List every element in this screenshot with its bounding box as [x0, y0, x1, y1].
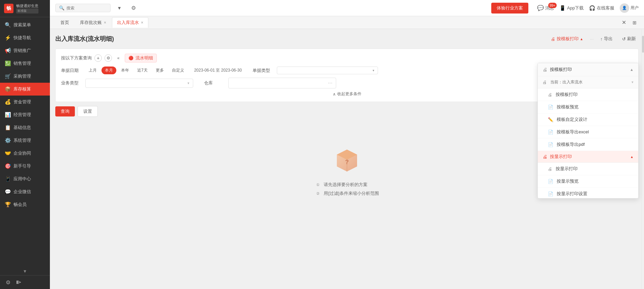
dropdown-item-display-preview[interactable]: 📄 按显示预览: [538, 175, 638, 188]
warehouse-dots-icon: ···: [328, 80, 332, 86]
display-print-header-icon: 🖨: [543, 154, 547, 159]
search-icon: 🔍: [59, 5, 64, 10]
basic-info-icon: 📋: [5, 125, 11, 131]
trial-btn[interactable]: 体验行业方案: [491, 3, 528, 14]
date-range-display: 2023-06-01 至 2023-06-30: [194, 68, 242, 73]
bill-type-select[interactable]: ▾: [277, 67, 378, 74]
search-menu-icon: 🔍: [5, 22, 11, 28]
tab-home[interactable]: 首页: [55, 17, 74, 28]
sidebar-item-operations[interactable]: 📊 经营管理: [0, 108, 50, 121]
refresh-icon: ↺: [622, 36, 626, 42]
sidebar-item-search-menu[interactable]: 🔍 搜索菜单: [0, 19, 50, 31]
sidebar-item-basic-info[interactable]: 📋 基础信息: [0, 121, 50, 134]
filter-header: 按以下方案查询 + ⚙ « 🔴 流水明细: [61, 54, 633, 62]
filter-date-tabs: 上月 本月 本年 近7天 更多 自定义: [85, 67, 187, 74]
empty-steps: ① 请先选择要分析的方案 ② 用[过滤]条件来缩小分析范围: [315, 182, 379, 199]
sidebar-item-inventory[interactable]: 📦 库存核算: [0, 83, 50, 96]
date-tab-more[interactable]: 更多: [152, 67, 167, 74]
dropdown-current-template[interactable]: 🖨 当前：出入库流水 ▾: [538, 76, 638, 88]
filter-settings-btn[interactable]: ⚙: [105, 54, 112, 62]
sidebar-item-quick-nav[interactable]: ⚡ 快捷导航: [0, 31, 50, 44]
sidebar-item-system[interactable]: ⚙️ 系统管理: [0, 134, 50, 147]
settings-icon-btn[interactable]: ⚙: [128, 3, 139, 14]
page-actions: 🖨 按模板打印 ▲ ··· ↑ 导出 ↺ 刷新: [548, 34, 639, 43]
export-btn[interactable]: ↑ 导出: [598, 34, 616, 43]
filter-collapse-btn[interactable]: «: [115, 54, 122, 62]
sidebar-item-marketing[interactable]: 📢 营销推广: [0, 44, 50, 57]
page-title: 出入库流水(流水明细): [55, 35, 114, 43]
operations-icon: 📊: [5, 112, 11, 118]
messages-btn[interactable]: 💬 消息 99+: [537, 5, 554, 11]
bill-type-label: 单据类型: [253, 68, 273, 74]
template-pdf-icon: 📄: [548, 142, 553, 147]
sidebar-settings-icon[interactable]: ⚙: [5, 279, 11, 286]
date-tab-custom[interactable]: 自定义: [169, 67, 187, 74]
sidebar-item-sales[interactable]: 💹 销售管理: [0, 57, 50, 70]
tab-flow[interactable]: 出入库流水 ×: [112, 17, 148, 28]
settings-btn[interactable]: 设置: [78, 106, 98, 117]
dropdown-item-template-print[interactable]: 🖨 按模板打印: [538, 88, 638, 101]
online-service-btn[interactable]: 🎧 在线客服: [589, 5, 614, 11]
topbar-search-box[interactable]: 🔍: [55, 4, 111, 12]
refresh-btn[interactable]: ↺ 刷新: [619, 34, 639, 43]
tab-restore-btn[interactable]: ⊞: [631, 19, 639, 27]
date-tab-curr-year[interactable]: 本年: [118, 67, 133, 74]
empty-icon: ?: [330, 141, 364, 175]
filter-tag-shuimei[interactable]: 🔴 流水明细: [125, 54, 157, 62]
sidebar-item-app-center[interactable]: 📱 应用中心: [0, 173, 50, 185]
dropdown-template-header[interactable]: 🖨 按模板打印 ▲: [538, 63, 638, 76]
dropdown-header-up-icon: ▲: [630, 68, 634, 72]
date-tab-curr-month[interactable]: 本月: [101, 67, 116, 74]
chevron-up-icon: ▲: [580, 37, 583, 41]
newbie-icon: 🎯: [5, 163, 11, 169]
tab-close-batch-account[interactable]: ×: [104, 20, 106, 25]
dropdown-item-template-custom[interactable]: ✏️ 模板自定义设计: [538, 113, 638, 126]
print-template-btn[interactable]: 🖨 按模板打印 ▲: [548, 34, 586, 43]
warehouse-select[interactable]: ···: [228, 78, 336, 88]
vertical-scrollbar[interactable]: [641, 29, 644, 289]
search-input[interactable]: [66, 6, 107, 10]
dropdown-item-template-preview[interactable]: 📄 按模板预览: [538, 101, 638, 113]
dropdown-display-section-header[interactable]: 🖨 按显示打印 ▲: [538, 151, 638, 163]
business-type-label: 业务类型: [61, 80, 81, 86]
tab-window-buttons: ✕ ⊞: [620, 19, 639, 27]
sidebar-collapse-icon[interactable]: [16, 279, 22, 286]
dropdown-arrow-btn[interactable]: ▾: [114, 3, 125, 14]
printer-template-icon: 🖨: [543, 67, 547, 72]
tab-batch-account[interactable]: 库存批次账 ×: [75, 17, 111, 28]
user-avatar-btn[interactable]: 👤 用户: [620, 3, 639, 13]
dropdown-item-display-print[interactable]: 🖨 按显示打印: [538, 163, 638, 175]
sidebar-scroll-down[interactable]: ▼: [0, 267, 50, 275]
sidebar-bottom: ⚙: [0, 275, 50, 289]
filter-add-btn[interactable]: +: [94, 54, 102, 62]
dropdown-item-template-export-excel[interactable]: 📄 按模板导出excel: [538, 126, 638, 138]
business-type-select[interactable]: ▾: [85, 79, 193, 88]
template-excel-icon: 📄: [548, 130, 553, 135]
app-download-btn[interactable]: 📱 App下载: [559, 5, 584, 11]
template-print-icon: 🖨: [548, 92, 552, 97]
sidebar-item-newbie[interactable]: 🎯 新手引导: [0, 160, 50, 173]
sidebar-item-finance[interactable]: 💰 资金管理: [0, 96, 50, 108]
collapse-more-btn[interactable]: ∧ 收起更多条件: [333, 91, 361, 97]
sidebar-item-wechat[interactable]: 💬 企业微信: [0, 185, 50, 198]
dropdown-scrollable: 🖨 按模板打印 ▲ 🖨 当前：出入库流水 ▾ 🖨 按模板打印: [538, 63, 638, 198]
marketing-icon: 📢: [5, 48, 11, 54]
display-preview-icon: 📄: [548, 179, 553, 184]
logo-text: 畅捷通好生意 标准版: [16, 3, 38, 14]
export-icon: ↑: [601, 36, 603, 42]
user-avatar: 👤: [620, 3, 629, 13]
tab-close-flow[interactable]: ×: [141, 20, 143, 25]
dropdown-item-display-print-settings[interactable]: 📄 按显示打印设置: [538, 188, 638, 198]
page-header: 出入库流水(流水明细) 🖨 按模板打印 ▲ ··· ↑ 导出 ↺ 刷新: [55, 34, 639, 43]
query-btn[interactable]: 查询: [55, 106, 75, 116]
tab-close-window-btn[interactable]: ✕: [620, 19, 628, 27]
date-tab-prev-month[interactable]: 上月: [85, 67, 100, 74]
date-tab-7days[interactable]: 近7天: [134, 67, 151, 74]
dropdown-panel: 🖨 按模板打印 ▲ 🖨 当前：出入库流水 ▾ 🖨 按模板打印: [537, 63, 639, 199]
inventory-icon: 📦: [5, 86, 11, 92]
sidebar-item-cooperation[interactable]: 🤝 企业协同: [0, 147, 50, 160]
sidebar-item-purchase[interactable]: 🛒 采购管理: [0, 70, 50, 83]
member-icon: 🏆: [5, 202, 11, 208]
dropdown-item-template-export-pdf[interactable]: 📄 按模板导出pdf: [538, 138, 638, 151]
sidebar-item-member[interactable]: 🏆 畅会员: [0, 198, 50, 211]
